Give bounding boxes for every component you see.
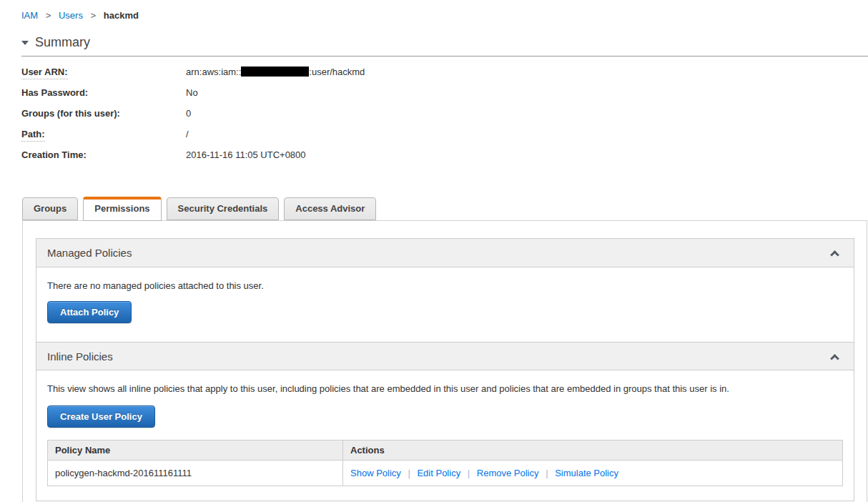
breadcrumb-separator: > xyxy=(91,10,97,21)
creation-time-value: 2016-11-16 11:05 UTC+0800 xyxy=(186,149,306,160)
summary-row-path: Path: / xyxy=(21,129,868,139)
policy-name-column-header: Policy Name xyxy=(48,441,343,461)
summary-title: Summary xyxy=(35,35,90,50)
managed-policies-body: There are no managed policies attached t… xyxy=(36,267,854,342)
inline-policies-table: Policy Name Actions policygen-hackmd-201… xyxy=(47,440,843,486)
summary-section-header: Summary xyxy=(21,35,868,50)
chevron-up-icon[interactable] xyxy=(830,354,839,363)
inline-policies-title: Inline Policies xyxy=(47,350,113,363)
table-row: policygen-hackmd-201611161111 Show Polic… xyxy=(48,461,843,486)
arn-suffix: :user/hackmd xyxy=(309,67,365,77)
summary-divider xyxy=(21,56,868,56)
user-arn-value: arn:aws:iam:::user/hackmd xyxy=(186,67,365,77)
tab-groups[interactable]: Groups xyxy=(22,197,78,220)
breadcrumb: IAM > Users > hackmd xyxy=(0,0,868,21)
table-header-row: Policy Name Actions xyxy=(48,441,843,461)
groups-count-value: 0 xyxy=(186,108,191,119)
path-value: / xyxy=(186,129,189,139)
inline-policies-header[interactable]: Inline Policies xyxy=(36,342,854,370)
collapse-triangle-icon[interactable] xyxy=(21,41,29,45)
summary-row-has-password: Has Password: No xyxy=(21,87,868,98)
arn-prefix: arn:aws:iam:: xyxy=(186,67,241,77)
managed-policies-header[interactable]: Managed Policies xyxy=(36,239,854,267)
policies-accordion: Managed Policies There are no managed po… xyxy=(36,238,854,501)
show-policy-link[interactable]: Show Policy xyxy=(350,468,401,478)
breadcrumb-separator: > xyxy=(46,10,51,21)
summary-row-creation-time: Creation Time: 2016-11-16 11:05 UTC+0800 xyxy=(21,149,868,160)
breadcrumb-link-users[interactable]: Users xyxy=(59,10,83,21)
summary-row-groups: Groups (for this user): 0 xyxy=(21,108,868,119)
creation-time-label: Creation Time: xyxy=(21,149,87,160)
permissions-tab-panel: Managed Policies There are no managed po… xyxy=(22,220,867,502)
action-separator: | xyxy=(408,468,410,478)
managed-policies-title: Managed Policies xyxy=(47,247,132,259)
managed-policies-empty-text: There are no managed policies attached t… xyxy=(47,280,843,291)
has-password-value: No xyxy=(186,87,198,98)
action-separator: | xyxy=(546,468,548,478)
redaction-box xyxy=(241,67,309,77)
policy-actions-cell: Show Policy | Edit Policy | Remove Polic… xyxy=(343,461,843,486)
actions-column-header: Actions xyxy=(343,441,843,461)
tab-access-advisor[interactable]: Access Advisor xyxy=(284,197,376,220)
summary-row-user-arn: User ARN: arn:aws:iam:::user/hackmd xyxy=(21,67,868,77)
breadcrumb-current-user: hackmd xyxy=(104,10,139,21)
inline-policies-description: This view shows all inline policies that… xyxy=(47,383,843,394)
iam-user-detail-page: IAM > Users > hackmd Summary User ARN: a… xyxy=(0,0,868,502)
remove-policy-link[interactable]: Remove Policy xyxy=(477,468,539,478)
create-user-policy-button[interactable]: Create User Policy xyxy=(47,405,155,428)
has-password-label: Has Password: xyxy=(21,87,88,98)
chevron-up-icon[interactable] xyxy=(830,250,839,260)
simulate-policy-link[interactable]: Simulate Policy xyxy=(555,468,618,478)
groups-count-label: Groups (for this user): xyxy=(21,108,120,119)
inline-policies-body: This view shows all inline policies that… xyxy=(36,370,854,501)
path-label: Path: xyxy=(21,129,45,142)
tab-security-credentials[interactable]: Security Credentials xyxy=(167,197,280,220)
user-arn-label: User ARN: xyxy=(21,67,68,79)
summary-fields: User ARN: arn:aws:iam:::user/hackmd Has … xyxy=(21,67,868,160)
action-separator: | xyxy=(468,468,470,478)
breadcrumb-link-iam[interactable]: IAM xyxy=(21,10,38,21)
tab-bar: Groups Permissions Security Credentials … xyxy=(22,197,868,220)
edit-policy-link[interactable]: Edit Policy xyxy=(417,468,460,478)
tab-permissions[interactable]: Permissions xyxy=(83,197,161,221)
attach-policy-button[interactable]: Attach Policy xyxy=(47,301,132,323)
policy-name-cell: policygen-hackmd-201611161111 xyxy=(48,461,343,486)
